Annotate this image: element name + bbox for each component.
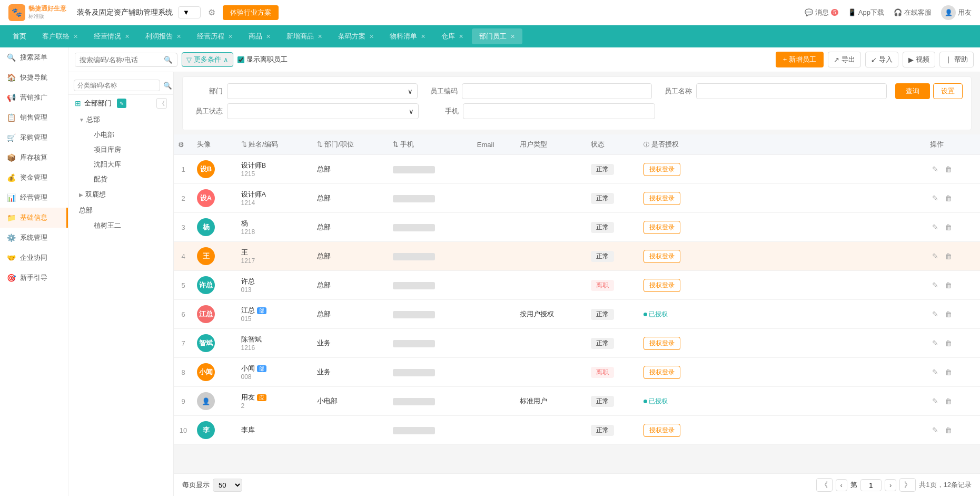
- auth-button[interactable]: 授权登录: [644, 250, 680, 263]
- view-button[interactable]: ▶ 视频: [903, 52, 935, 67]
- auth-button[interactable]: 授权登录: [644, 337, 680, 350]
- import-button[interactable]: ↙ 导入: [865, 52, 898, 67]
- edit-button[interactable]: ✎: [930, 251, 941, 261]
- col-phone[interactable]: ⇅ 手机: [389, 134, 473, 155]
- tab-history[interactable]: 经营历程 ✕: [190, 28, 240, 44]
- sidebar-item-inventory[interactable]: 📦 库存核算: [0, 148, 68, 168]
- sidebar-item-search[interactable]: 🔍 搜索菜单: [0, 47, 68, 67]
- sidebar-item-marketing[interactable]: 📢 营销推广: [0, 87, 68, 108]
- col-name[interactable]: ⇅ 姓名/编码: [237, 134, 313, 155]
- close-icon[interactable]: ✕: [125, 33, 130, 40]
- search-box[interactable]: 🔍: [75, 53, 177, 67]
- auth-button[interactable]: 授权登录: [644, 163, 680, 176]
- sidebar-item-finance[interactable]: 💰 资金管理: [0, 168, 68, 188]
- delete-button[interactable]: 🗑: [943, 251, 954, 261]
- edit-button[interactable]: ✎: [930, 367, 941, 377]
- auth-button[interactable]: 授权登录: [644, 366, 680, 379]
- page-input[interactable]: [860, 479, 882, 491]
- add-employee-button[interactable]: + 新增员工: [776, 52, 824, 67]
- dept-tree-item-shenyang[interactable]: 沈阳大库: [75, 157, 173, 172]
- sidebar-item-business[interactable]: 📊 经营管理: [0, 188, 68, 208]
- tab-bom[interactable]: 物料清单 ✕: [382, 28, 433, 44]
- dept-tree-item-xiaodian[interactable]: 小电部: [75, 128, 173, 142]
- dept-tree-item-shuanglu[interactable]: ▶ 双鹿想: [75, 187, 173, 202]
- search-input[interactable]: [75, 53, 160, 66]
- help-button[interactable]: ｜ 帮助: [939, 52, 974, 67]
- edit-button[interactable]: ✎: [930, 396, 941, 406]
- export-button[interactable]: ↗ 导出: [828, 52, 861, 67]
- tab-warehouse[interactable]: 仓库 ✕: [434, 28, 471, 44]
- category-search-input[interactable]: [74, 80, 160, 91]
- setting-button[interactable]: 设置: [933, 83, 963, 99]
- system-dropdown[interactable]: ▼: [178, 6, 201, 18]
- close-icon[interactable]: ✕: [421, 33, 425, 40]
- phone-input[interactable]: [463, 103, 655, 119]
- delete-button[interactable]: 🗑: [943, 367, 954, 377]
- sidebar-item-sales[interactable]: 📋 销售管理: [0, 108, 68, 128]
- dept-tree-item-hq2[interactable]: 总部: [75, 202, 173, 218]
- dept-edit-btn[interactable]: ✎: [117, 99, 126, 108]
- close-icon[interactable]: ✕: [369, 33, 374, 40]
- more-filter-button[interactable]: ▽ 更多条件 ∧: [182, 52, 233, 67]
- tab-barcode[interactable]: 条码方案 ✕: [331, 28, 381, 44]
- tab-customer[interactable]: 客户联络 ✕: [35, 28, 85, 44]
- gear-button[interactable]: ⚙: [206, 5, 217, 20]
- close-icon[interactable]: ✕: [510, 33, 515, 40]
- close-icon[interactable]: ✕: [459, 33, 463, 40]
- delete-button[interactable]: 🗑: [943, 164, 954, 174]
- delete-button[interactable]: 🗑: [943, 396, 954, 406]
- user-item[interactable]: 👤 用友: [941, 5, 972, 20]
- delete-button[interactable]: 🗑: [943, 338, 954, 348]
- sidebar-item-system[interactable]: ⚙️ 系统管理: [0, 228, 68, 248]
- tab-operation[interactable]: 经营情况 ✕: [86, 28, 137, 44]
- emp-code-input[interactable]: [462, 83, 652, 99]
- sidebar-item-basic[interactable]: 📁 基础信息: [0, 208, 68, 228]
- search-button[interactable]: 🔍: [160, 53, 177, 66]
- message-item[interactable]: 💬 消息 5: [805, 8, 838, 17]
- app-download-item[interactable]: 📱 App下载: [848, 8, 884, 17]
- close-icon[interactable]: ✕: [318, 33, 322, 40]
- show-resigned-checkbox[interactable]: 显示离职员工: [237, 55, 288, 64]
- tab-profit[interactable]: 利润报告 ✕: [138, 28, 189, 44]
- delete-button[interactable]: 🗑: [943, 193, 954, 203]
- sidebar-item-guide[interactable]: 🎯 新手引导: [0, 268, 68, 288]
- col-dept[interactable]: ⇅ 部门/职位: [313, 134, 389, 155]
- close-icon[interactable]: ✕: [266, 33, 271, 40]
- first-page-button[interactable]: 《: [816, 478, 833, 492]
- auth-button[interactable]: 授权登录: [644, 279, 680, 292]
- prev-page-button[interactable]: ‹: [836, 479, 847, 491]
- close-icon[interactable]: ✕: [228, 33, 233, 40]
- auth-button[interactable]: 授权登录: [644, 221, 680, 234]
- sidebar-item-purchase[interactable]: 🛒 采购管理: [0, 128, 68, 148]
- sidebar-item-nav[interactable]: 🏠 快捷导航: [0, 67, 68, 87]
- edit-button[interactable]: ✎: [930, 193, 941, 203]
- dept-tree-item-distribution[interactable]: 配货: [75, 172, 173, 187]
- query-button[interactable]: 查询: [895, 83, 930, 99]
- tab-employees[interactable]: 部门员工 ✕: [472, 28, 522, 44]
- tab-goods[interactable]: 商品 ✕: [241, 28, 278, 44]
- edit-button[interactable]: ✎: [930, 222, 941, 232]
- next-page-button[interactable]: ›: [885, 479, 896, 491]
- edit-button[interactable]: ✎: [930, 425, 941, 435]
- dept-select[interactable]: ∨: [227, 83, 418, 99]
- tab-new-goods[interactable]: 新增商品 ✕: [279, 28, 330, 44]
- emp-name-input[interactable]: [696, 83, 887, 99]
- dept-tree-item-zhishu[interactable]: 植树王二: [75, 218, 173, 233]
- close-icon[interactable]: ✕: [73, 33, 78, 40]
- col-settings[interactable]: ⚙: [174, 134, 193, 155]
- trial-button[interactable]: 体验行业方案: [223, 5, 279, 20]
- close-icon[interactable]: ✕: [176, 33, 181, 40]
- auth-button[interactable]: 授权登录: [644, 424, 680, 437]
- per-page-select[interactable]: 50 100: [213, 479, 242, 492]
- auth-button[interactable]: 授权登录: [644, 192, 680, 205]
- emp-status-select[interactable]: ∨: [227, 103, 419, 119]
- dept-tree-item-headquarters[interactable]: ▼ 总部: [75, 112, 173, 128]
- show-resigned-input[interactable]: [237, 56, 244, 63]
- edit-button[interactable]: ✎: [930, 164, 941, 174]
- edit-button[interactable]: ✎: [930, 338, 941, 348]
- edit-button[interactable]: ✎: [930, 280, 941, 290]
- delete-button[interactable]: 🗑: [943, 222, 954, 232]
- collapse-button[interactable]: 《: [156, 98, 167, 109]
- delete-button[interactable]: 🗑: [943, 425, 954, 435]
- last-page-button[interactable]: 》: [899, 478, 916, 492]
